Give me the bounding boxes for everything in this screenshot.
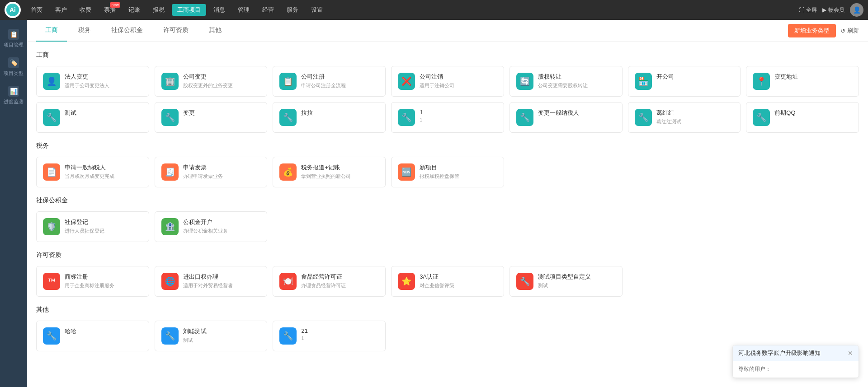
- card-gjj[interactable]: 🏦 公积金开户 办理公积金相关业务: [155, 211, 268, 242]
- sidebar-item-project-type[interactable]: 🏷️ 项目类型: [0, 53, 27, 81]
- other-section-title: 其他: [36, 306, 859, 314]
- card-icon-trademark: ™️: [43, 273, 60, 290]
- top-nav: Ai 首页 客户 收费 票据 new 记账 报税 工商项目 消息 管理 经营 服…: [0, 0, 868, 20]
- card-21[interactable]: 🔧 21 1: [273, 321, 386, 351]
- card-num1[interactable]: 🔧 1 1: [391, 102, 504, 133]
- card-name-gjj: 公积金开户: [183, 218, 261, 226]
- nav-service[interactable]: 服务: [281, 4, 304, 16]
- card-name-import-export: 进出口权办理: [183, 273, 261, 281]
- nav-bookkeeping[interactable]: 记账: [123, 4, 146, 16]
- card-desc-guquan: 公司变更需要股权转让: [538, 82, 616, 89]
- card-biangeng納税[interactable]: 🔧 变更一般纳税人: [509, 102, 623, 133]
- card-name-shenqing-na: 申请一般纳税人: [65, 163, 142, 172]
- card-desc-faziren: 适用于公司变更法人: [65, 82, 142, 89]
- card-desc-trademark: 用于企业商标注册服务: [65, 282, 142, 289]
- card-icon-import-export: 🌐: [161, 273, 179, 290]
- card-name-tax-report: 税务报道+记账: [301, 163, 379, 172]
- card-ceshi[interactable]: 🔧 测试: [36, 102, 149, 133]
- card-haha[interactable]: 🔧 哈哈: [36, 321, 149, 351]
- card-shebao[interactable]: 🛡️ 社保登记 进行人员社保登记: [36, 211, 149, 242]
- sub-tabs: 工商 税务 社保公积金 许可资质 其他 新增业务类型 ↺ 刷新: [27, 20, 868, 42]
- card-icon-kaigs: 🏪: [635, 73, 652, 90]
- card-tax-report[interactable]: 💰 税务报道+记账 拿到营业执照的新公司: [273, 157, 386, 187]
- card-gszhuxiao[interactable]: ❌ 公司注销 适用于注销公司: [391, 66, 504, 97]
- sidebar-item-project-manage[interactable]: 📋 项目管理: [0, 24, 27, 53]
- card-3a[interactable]: ⭐ 3A认证 对企业信誉评级: [391, 266, 504, 297]
- card-shenqing-fp[interactable]: 🧾 申请发票 办理申请发票业务: [155, 157, 268, 187]
- card-xinxiangmu[interactable]: 🆕 新项目 报税加税控盘保管: [391, 157, 504, 187]
- card-desc-shebao: 进行人员社保登记: [65, 228, 142, 234]
- card-name-21: 21: [301, 327, 379, 334]
- card-desc-gehh: 葛红红测试: [656, 118, 734, 125]
- nav-tax[interactable]: 报税: [147, 4, 170, 16]
- notification-close-button[interactable]: ✕: [848, 350, 853, 357]
- card-guquan[interactable]: 🔄 股权转让 公司变更需要股权转让: [509, 66, 623, 97]
- card-biangeng[interactable]: 🔧 变更: [155, 102, 268, 133]
- tab-industry[interactable]: 工商: [36, 20, 67, 42]
- social-section-title: 社保公积金: [36, 196, 859, 205]
- nav-items: 首页 客户 收费 票据 new 记账 报税 工商项目 消息 管理 经营 服务 设…: [25, 4, 799, 16]
- nav-bill[interactable]: 票据 new: [99, 4, 121, 16]
- card-gehh[interactable]: 🔧 葛红红 葛红红测试: [628, 102, 741, 133]
- bill-badge: new: [110, 2, 120, 8]
- add-type-button[interactable]: 新增业务类型: [788, 24, 836, 37]
- progress-icon: 📊: [8, 86, 19, 97]
- card-kaigs[interactable]: 🏪 开公司: [628, 66, 741, 97]
- card-gszhuce[interactable]: 📋 公司注册 申请公司注册全流程: [273, 66, 386, 97]
- card-name-trademark: 商标注册: [65, 273, 142, 281]
- nav-settings[interactable]: 设置: [306, 4, 328, 16]
- card-icon-haha: 🔧: [43, 327, 60, 345]
- card-liucong[interactable]: 🔧 刘聪测试 测试: [155, 321, 268, 351]
- card-icon-lala: 🔧: [279, 109, 297, 126]
- card-trademark[interactable]: ™️ 商标注册 用于企业商标注册服务: [36, 266, 149, 297]
- card-desc-3a: 对企业信誉评级: [420, 282, 497, 289]
- card-name-gsbian: 公司变更: [183, 73, 261, 81]
- sidebar-item-progress[interactable]: 📊 进度监测: [0, 81, 27, 110]
- card-gsbian[interactable]: 🏢 公司变更 股权变更外的业务变更: [155, 66, 268, 97]
- card-lala[interactable]: 🔧 拉拉: [273, 102, 386, 133]
- avatar[interactable]: 👤: [850, 3, 863, 17]
- tab-actions: 新增业务类型 ↺ 刷新: [788, 24, 859, 37]
- card-qq[interactable]: 🔧 前期QQ: [746, 102, 859, 133]
- card-desc-gsbian: 股权变更外的业务变更: [183, 82, 261, 89]
- card-desc-gszhuce: 申请公司注册全流程: [301, 82, 379, 89]
- card-import-export[interactable]: 🌐 进出口权办理 适用于对外贸易经营者: [155, 266, 268, 297]
- notification-body: 尊敬的用户：: [733, 361, 859, 378]
- refresh-button[interactable]: ↺ 刷新: [840, 27, 859, 35]
- card-dizhi[interactable]: 📍 变更地址: [746, 66, 859, 97]
- card-name-liucong: 刘聪测试: [183, 327, 261, 336]
- nav-manage[interactable]: 管理: [232, 4, 255, 16]
- tab-social[interactable]: 社保公积金: [102, 20, 152, 42]
- tab-other[interactable]: 其他: [200, 20, 231, 42]
- card-icon-gehh: 🔧: [635, 109, 652, 126]
- social-card-grid: 🛡️ 社保登记 进行人员社保登记 🏦 公积金开户 办理公积金相关业务: [36, 211, 859, 242]
- nav-client[interactable]: 客户: [50, 4, 72, 16]
- nav-business[interactable]: 经营: [257, 4, 279, 16]
- tab-permit[interactable]: 许可资质: [154, 20, 198, 42]
- card-icon-gszhuce: 📋: [279, 73, 297, 90]
- fullscreen-button[interactable]: ⛶ 全屏: [799, 6, 817, 14]
- vip-button[interactable]: ▶ 畅会员: [822, 6, 844, 14]
- tax-section: 税务 📄 申请一般纳税人 当月或次月成变更完成 🧾 申请发票 办理申请发票业务: [36, 142, 859, 187]
- industry-section: 工商 👤 法人变更 适用于公司变更法人 🏢 公司变更 股权变更外的业务变更: [36, 51, 859, 133]
- card-test-permit[interactable]: 🔧 测试项目类型自定义 测试: [509, 266, 623, 297]
- card-name-haha: 哈哈: [65, 327, 142, 336]
- card-name-shebao: 社保登记: [65, 218, 142, 226]
- card-icon-gszhuxiao: ❌: [398, 73, 415, 90]
- card-icon-shenqing-fp: 🧾: [161, 163, 179, 181]
- nav-industry[interactable]: 工商项目: [172, 4, 206, 16]
- tab-tax[interactable]: 税务: [69, 20, 100, 42]
- card-shenqing-na[interactable]: 📄 申请一般纳税人 当月或次月成变更完成: [36, 157, 149, 187]
- card-icon-food-permit: 🍽️: [279, 273, 297, 290]
- industry-section-title: 工商: [36, 51, 859, 59]
- card-faziren[interactable]: 👤 法人变更 适用于公司变更法人: [36, 66, 149, 97]
- card-desc-food-permit: 办理食品经营许可证: [301, 282, 379, 289]
- project-type-icon: 🏷️: [8, 57, 19, 68]
- nav-home[interactable]: 首页: [25, 4, 48, 16]
- nav-fee[interactable]: 收费: [74, 4, 97, 16]
- card-icon-liucong: 🔧: [161, 327, 179, 345]
- nav-message[interactable]: 消息: [208, 4, 231, 16]
- card-name-lala: 拉拉: [301, 109, 379, 117]
- card-food-permit[interactable]: 🍽️ 食品经营许可证 办理食品经营许可证: [273, 266, 386, 297]
- refresh-icon: ↺: [840, 28, 845, 34]
